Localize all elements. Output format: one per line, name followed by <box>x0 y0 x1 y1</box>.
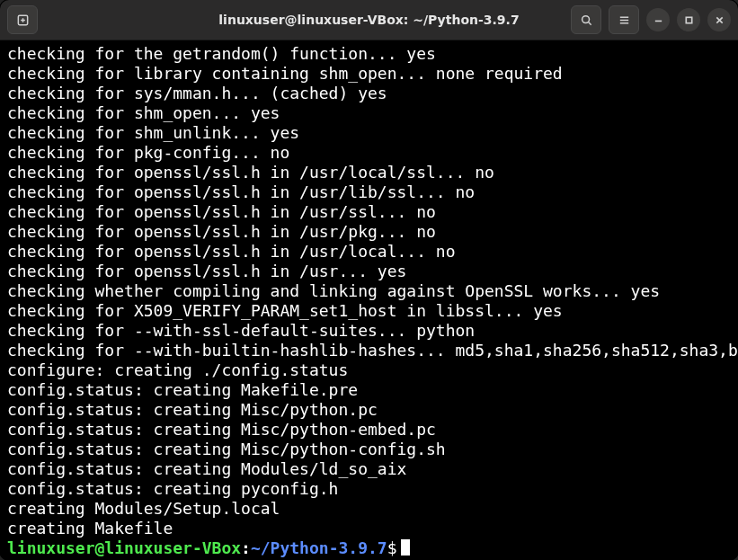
prompt-symbol: $ <box>387 538 397 557</box>
titlebar: linuxuser@linuxuser-VBox: ~/Python-3.9.7 <box>0 0 738 40</box>
terminal-line: checking for openssl/ssl.h in /usr/lib/s… <box>7 182 731 202</box>
prompt-colon: : <box>241 538 251 557</box>
terminal-line: config.status: creating Misc/python-conf… <box>7 440 731 459</box>
terminal-line: checking for shm_unlink... yes <box>7 123 731 143</box>
hamburger-icon <box>618 13 631 27</box>
terminal-line: checking for openssl/ssl.h in /usr/local… <box>7 163 731 182</box>
terminal-line: config.status: creating Misc/python-embe… <box>7 420 731 440</box>
terminal-line: checking for shm_open... yes <box>7 103 731 123</box>
terminal-line: checking for openssl/ssl.h in /usr/pkg..… <box>7 222 731 242</box>
maximize-button[interactable] <box>677 8 700 31</box>
terminal-line: checking for library containing shm_open… <box>7 64 731 84</box>
terminal-line: config.status: creating Misc/python.pc <box>7 400 731 420</box>
terminal-line: checking whether compiling and linking a… <box>7 281 731 301</box>
prompt-user-host: linuxuser@linuxuser-VBox <box>7 538 241 557</box>
terminal-line: checking for X509_VERIFY_PARAM_set1_host… <box>7 301 731 321</box>
terminal-line: config.status: creating Makefile.pre <box>7 380 731 400</box>
terminal-line: checking for openssl/ssl.h in /usr/ssl..… <box>7 202 731 222</box>
terminal-line: checking for sys/mman.h... (cached) yes <box>7 84 731 103</box>
svg-point-3 <box>582 15 589 22</box>
new-tab-icon <box>16 13 30 27</box>
maximize-icon <box>684 15 694 25</box>
terminal-line: checking for --with-ssl-default-suites..… <box>7 321 731 341</box>
terminal-line: creating Makefile <box>7 519 731 538</box>
new-tab-button[interactable] <box>7 5 38 34</box>
titlebar-right <box>571 5 731 34</box>
close-button[interactable] <box>707 8 731 31</box>
terminal-window: linuxuser@linuxuser-VBox: ~/Python-3.9.7 <box>0 0 738 560</box>
terminal-line: checking for the getrandom() function...… <box>7 44 731 64</box>
svg-rect-9 <box>686 17 691 22</box>
search-icon <box>580 13 593 27</box>
terminal-prompt-line[interactable]: linuxuser@linuxuser-VBox:~/Python-3.9.7$ <box>7 538 731 558</box>
cursor <box>401 539 410 556</box>
minimize-icon <box>654 15 663 25</box>
terminal-body[interactable]: checking for the getrandom() function...… <box>0 40 738 560</box>
close-icon <box>715 15 725 25</box>
minimize-button[interactable] <box>646 8 670 31</box>
terminal-line: creating Modules/Setup.local <box>7 499 731 519</box>
titlebar-left <box>7 5 38 34</box>
terminal-line: checking for openssl/ssl.h in /usr/local… <box>7 242 731 262</box>
terminal-line: checking for --with-builtin-hashlib-hash… <box>7 341 731 360</box>
search-button[interactable] <box>571 5 601 34</box>
svg-line-4 <box>588 22 591 24</box>
prompt-path: ~/Python-3.9.7 <box>251 538 387 557</box>
terminal-line: configure: creating ./config.status <box>7 360 731 380</box>
terminal-line: checking for openssl/ssl.h in /usr... ye… <box>7 262 731 281</box>
terminal-line: config.status: creating Modules/ld_so_ai… <box>7 459 731 479</box>
menu-button[interactable] <box>609 5 639 34</box>
terminal-line: config.status: creating pyconfig.h <box>7 479 731 499</box>
terminal-line: checking for pkg-config... no <box>7 143 731 163</box>
